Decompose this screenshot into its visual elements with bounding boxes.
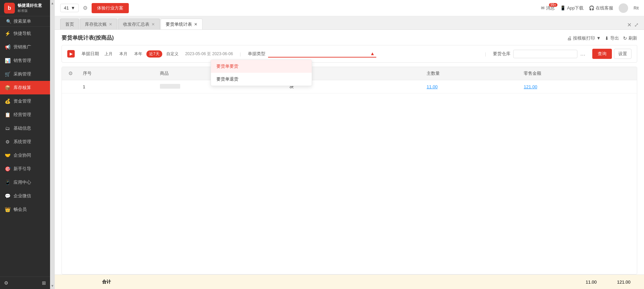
date-pills: 上月 本月 本年 近7天 自定义 <box>102 50 181 58</box>
logo-text: 畅捷通好生意 标准版 <box>18 3 42 13</box>
logo-icon: b <box>4 3 15 14</box>
filter-expand-btn[interactable]: ▶ <box>67 50 75 58</box>
sidebar-item-inventory[interactable]: 📦 库存核算 <box>0 81 50 94</box>
print-btn[interactable]: 🖨 按模板打印 ▼ <box>567 35 601 41</box>
tab-close-receivable[interactable]: ✕ <box>151 22 155 27</box>
trial-btn[interactable]: 体验行业方案 <box>92 3 129 13</box>
export-icon: ⬇ <box>605 36 609 41</box>
table-row: 1 块 11.00 121.00 <box>62 80 637 93</box>
sidebar-item-wechat[interactable]: 💬 企业微信 <box>0 189 50 203</box>
settings-btn[interactable]: 设置 <box>614 49 631 59</box>
dropdown-item-order-goods[interactable]: 要货单要货 <box>211 60 312 73</box>
user-avatar[interactable] <box>619 3 628 13</box>
type-select-wrapper: ▲ <box>268 50 376 58</box>
operations-icon: 📋 <box>4 111 11 118</box>
refresh-btn[interactable]: ↻ 刷新 <box>623 35 637 41</box>
gear-icon[interactable]: ⚙ <box>68 70 73 76</box>
window-close-icon[interactable]: ✕ <box>627 22 631 28</box>
app-download-btn[interactable]: 📱 App下载 <box>560 5 583 11</box>
company-selector[interactable]: 41 ▼ <box>60 4 79 12</box>
date-pill-this-month[interactable]: 本月 <box>117 50 130 58</box>
summary-label: 合计 <box>102 279 111 285</box>
sidebar-footer: ⚙ ⊞ <box>0 276 50 289</box>
tab-inventory-batch[interactable]: 库存批次账 ✕ <box>80 19 117 29</box>
refresh-icon: ↻ <box>623 36 627 41</box>
product-placeholder <box>160 84 180 89</box>
tab-close-inventory-batch[interactable]: ✕ <box>109 22 112 27</box>
table-header-row: ⚙ 序号 商品 主计量单位 主数量 零售金额 <box>62 67 637 80</box>
date-filter-group: 单据日期 上月 本月 本年 近7天 自定义 2023-05-06 至 2023-… <box>81 50 233 58</box>
scroll-down-arrow[interactable]: ▼ <box>51 284 54 288</box>
date-pill-last-month[interactable]: 上月 <box>102 50 115 58</box>
date-range-display: 2023-05-06 至 2023-06-06 <box>185 51 233 57</box>
sidebar-item-appstore[interactable]: 📱 应用中心 <box>0 176 50 189</box>
main-area: 41 ▼ ⚙ 体验行业方案 ✉ 消息 99+ 📱 App下载 🎧 在线客服 Ri… <box>55 0 644 289</box>
scroll-up-arrow[interactable]: ▲ <box>51 1 54 5</box>
row-quantity: 11.00 <box>423 80 520 93</box>
logo: b 畅捷通好生意 标准版 <box>0 0 50 16</box>
col-gear[interactable]: ⚙ <box>62 67 79 80</box>
row-checkbox <box>62 80 79 93</box>
print-icon: 🖨 <box>567 36 572 41</box>
page-actions: 🖨 按模板打印 ▼ ⬇ 导出 ↻ 刷新 <box>567 35 637 41</box>
sidebar-item-basic[interactable]: 🗂 基础信息 <box>0 121 50 135</box>
sidebar-item-finance[interactable]: 💰 资金管理 <box>0 94 50 108</box>
settings-footer-icon[interactable]: ⚙ <box>4 280 8 286</box>
message-icon: ✉ <box>541 5 545 10</box>
export-btn[interactable]: ⬇ 导出 <box>605 35 619 41</box>
page-header: 要货单统计表(按商品) 🖨 按模板打印 ▼ ⬇ 导出 ↻ 刷新 <box>55 30 644 45</box>
print-chevron-icon: ▼ <box>596 36 601 41</box>
sales-icon: 📊 <box>4 57 11 64</box>
query-btn[interactable]: 查询 <box>592 49 612 59</box>
chevron-down-icon: ▼ <box>71 5 75 10</box>
page-title: 要货单统计表(按商品) <box>62 35 114 42</box>
sidebar-nav: ⚡ 快捷导航 📢 营销推广 📊 销售管理 🛒 采购管理 📦 库存核算 💰 资金管… <box>0 27 50 276</box>
topbar-right: ✉ 消息 99+ 📱 App下载 🎧 在线客服 Rit <box>541 3 639 13</box>
tab-home[interactable]: 首页 <box>60 19 79 29</box>
col-amount: 零售金额 <box>520 67 637 80</box>
search-icon: 🔍 <box>6 19 11 24</box>
sidebar-item-system[interactable]: ⚙ 系统管理 <box>0 135 50 149</box>
dropdown-item-order-return[interactable]: 要货单退货 <box>211 73 312 86</box>
topbar: 41 ▼ ⚙ 体验行业方案 ✉ 消息 99+ 📱 App下载 🎧 在线客服 Ri… <box>55 0 644 16</box>
appstore-icon: 📱 <box>4 179 11 186</box>
date-pill-recent7[interactable]: 近7天 <box>146 50 162 58</box>
tab-close-order-stats[interactable]: ✕ <box>194 22 197 27</box>
system-icon: ⚙ <box>4 138 11 145</box>
type-select-arrow[interactable]: ▲ <box>370 51 375 56</box>
warehouse-input[interactable] <box>513 50 577 58</box>
message-btn[interactable]: ✉ 消息 99+ <box>541 5 555 11</box>
summary-amount: 121.00 <box>603 280 637 285</box>
warehouse-filter-group: 要货仓库 … <box>493 50 586 58</box>
warehouse-more-btn[interactable]: … <box>580 51 586 57</box>
sidebar-item-marketing[interactable]: 📢 营销推广 <box>0 40 50 54</box>
online-service-btn[interactable]: 🎧 在线客服 <box>589 5 613 11</box>
sidebar-item-purchase[interactable]: 🛒 采购管理 <box>0 67 50 81</box>
tab-order-stats[interactable]: 要货单统计表 ✕ <box>161 19 202 29</box>
type-select-input[interactable] <box>269 51 370 56</box>
inventory-icon: 📦 <box>4 84 11 91</box>
date-pill-this-year[interactable]: 本年 <box>132 50 145 58</box>
headset-icon: 🎧 <box>589 5 594 10</box>
summary-row: 合计 11.00 121.00 <box>55 274 644 289</box>
basic-icon: 🗂 <box>4 125 11 132</box>
search-menu[interactable]: 🔍 搜索菜单 <box>0 16 50 27</box>
sidebar-item-operations[interactable]: 📋 经营管理 <box>0 108 50 121</box>
topbar-left: 41 ▼ ⚙ 体验行业方案 <box>60 3 541 13</box>
collapse-icon[interactable]: ⊞ <box>42 280 46 286</box>
data-table: ⚙ 序号 商品 主计量单位 主数量 零售金额 1 <box>62 67 637 93</box>
username: Rit <box>634 6 639 10</box>
sidebar-item-quick-nav[interactable]: ⚡ 快捷导航 <box>0 27 50 40</box>
tab-receivable-summary[interactable]: 收发存汇总表 ✕ <box>118 19 160 29</box>
sidebar-item-sales[interactable]: 📊 销售管理 <box>0 54 50 67</box>
enterprise-icon: 🤝 <box>4 152 11 159</box>
window-maximize-icon[interactable]: ⤢ <box>634 22 639 28</box>
data-table-wrap: ⚙ 序号 商品 主计量单位 主数量 零售金额 1 <box>62 67 637 274</box>
sidebar-item-enterprise[interactable]: 🤝 企业协同 <box>0 149 50 162</box>
sidebar-item-guide[interactable]: 🎯 新手引导 <box>0 162 50 176</box>
date-pill-custom[interactable]: 自定义 <box>164 50 181 58</box>
topbar-gear-icon[interactable]: ⚙ <box>83 5 88 11</box>
quick-nav-icon: ⚡ <box>4 30 11 37</box>
sidebar-item-vip[interactable]: 👑 畅会员 <box>0 203 50 216</box>
sidebar: b 畅捷通好生意 标准版 🔍 搜索菜单 ⚡ 快捷导航 📢 营销推广 📊 销售管理… <box>0 0 50 289</box>
